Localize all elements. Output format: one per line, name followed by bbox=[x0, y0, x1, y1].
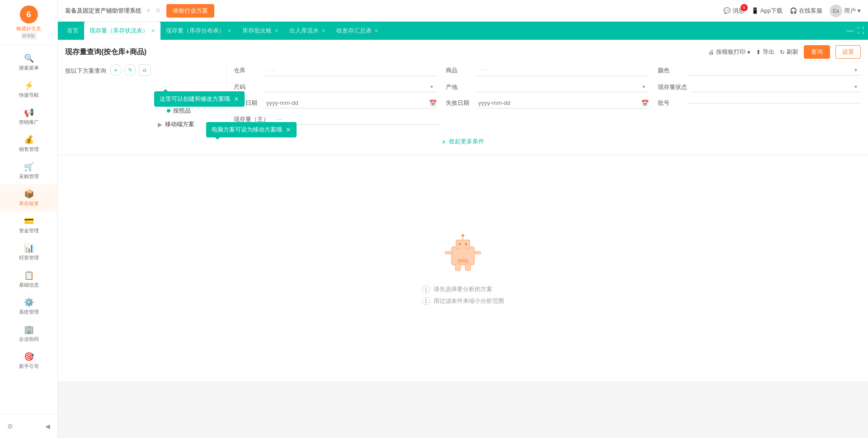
empty-state: 1 请先选择要分析的方案 2 用过滤条件来缩小分析范围 bbox=[413, 195, 513, 341]
size-select[interactable]: ▾ bbox=[264, 82, 437, 92]
tooltip-close-1[interactable]: ✕ bbox=[286, 126, 291, 133]
online-support-label: 在线客服 bbox=[799, 7, 822, 15]
sidebar-item-quick-nav[interactable]: ⚡ 快捷导航 bbox=[0, 76, 57, 103]
svg-point-3 bbox=[465, 243, 467, 245]
calendar-icon-production[interactable]: 📅 bbox=[429, 99, 437, 107]
app-download-btn[interactable]: 📱 App下载 bbox=[751, 7, 783, 15]
edit-scheme-btn[interactable]: ✎ bbox=[124, 64, 136, 76]
phone-icon: 📱 bbox=[751, 7, 759, 14]
tab-home-label: 首页 bbox=[67, 27, 79, 35]
sidebar-collapse-btn[interactable]: ◀ bbox=[41, 420, 54, 433]
sidebar-item-sales[interactable]: 💰 销售管理 bbox=[0, 130, 57, 157]
expiry-date-input-wrap[interactable]: 📅 bbox=[476, 98, 649, 108]
sales-icon: 💰 bbox=[24, 135, 34, 145]
online-support-btn[interactable]: 🎧 在线客服 bbox=[790, 7, 822, 15]
sidebar-item-purchase[interactable]: 🛒 采购管理 bbox=[0, 157, 57, 184]
sidebar-item-label: 经营管理 bbox=[19, 254, 39, 261]
tab-inventory-dist-close[interactable]: ✕ bbox=[227, 28, 231, 34]
sidebar-item-label: 资金管理 bbox=[19, 227, 39, 234]
tooltip-close-2[interactable]: ✕ bbox=[234, 95, 239, 103]
enterprise-icon: 🏢 bbox=[24, 325, 34, 334]
svg-rect-9 bbox=[465, 264, 471, 271]
size-label: 尺码 bbox=[234, 83, 261, 91]
warehouse-select[interactable]: ··· bbox=[264, 64, 437, 76]
form-row-stock-status: 现存量状态 ▾ bbox=[658, 82, 861, 92]
system-icon: ⚙️ bbox=[24, 297, 34, 307]
step-num-2: 2 bbox=[422, 297, 430, 305]
sidebar-settings-btn[interactable]: ⚙ bbox=[4, 420, 16, 433]
stock-status-select[interactable]: ▾ bbox=[691, 82, 861, 92]
tab-inout-flow-label: 出入库流水 bbox=[289, 27, 319, 35]
form-area: 仓库 ··· 商品 ··· bbox=[226, 64, 861, 128]
production-date-input[interactable] bbox=[264, 98, 427, 108]
tab-maximize-btn[interactable]: ⛶ bbox=[857, 27, 864, 35]
template-print-btn[interactable]: 🖨 按模板打印 ▾ bbox=[708, 48, 750, 56]
settings-btn[interactable]: ⚙ bbox=[156, 7, 161, 14]
query-btn[interactable]: 查询 bbox=[804, 45, 830, 59]
sidebar-item-operations[interactable]: 📊 经营管理 bbox=[0, 239, 57, 266]
tab-inout-flow-close[interactable]: ✕ bbox=[321, 28, 326, 34]
page-content: 现存量查询(按仓库+商品) 🖨 按模板打印 ▾ ⬆ 导出 ↻ 刷新 bbox=[58, 40, 868, 438]
sidebar-item-label: 销售管理 bbox=[19, 146, 39, 153]
sidebar-item-guide[interactable]: 🎯 新手引导 bbox=[0, 347, 57, 374]
form-row-origin: 产地 ▾ bbox=[446, 82, 649, 92]
basic-info-icon: 📋 bbox=[24, 270, 34, 280]
form-row-production-date: 生产日期 📅 bbox=[234, 98, 437, 108]
export-btn[interactable]: ⬆ 导出 bbox=[756, 48, 774, 56]
form-row-size: 尺码 ▾ bbox=[234, 82, 437, 92]
tooltip-text-1: 电脑方案可设为移动方案哦 bbox=[212, 126, 282, 134]
svg-rect-8 bbox=[455, 264, 461, 271]
tab-collect-summary-close[interactable]: ✕ bbox=[374, 28, 378, 34]
marketing-icon: 📢 bbox=[24, 108, 34, 118]
svg-point-2 bbox=[458, 243, 461, 245]
warehouse-label: 仓库 bbox=[234, 66, 261, 75]
sidebar-item-finance[interactable]: 💳 资金管理 bbox=[0, 212, 57, 239]
color-select[interactable]: ▾ bbox=[689, 65, 861, 75]
empty-state-area: 1 请先选择要分析的方案 2 用过滤条件来缩小分析范围 bbox=[58, 155, 868, 381]
sidebar-item-search[interactable]: 🔍 搜索菜单 bbox=[0, 49, 57, 76]
tab-inventory-status[interactable]: 现存量（库存状况表） ✕ bbox=[84, 22, 160, 40]
sidebar-item-system[interactable]: ⚙️ 系统管理 bbox=[0, 293, 57, 320]
chevron-up-icon: ∧ bbox=[442, 138, 446, 145]
tab-collect-summary[interactable]: 收发存汇总表 ✕ bbox=[331, 22, 384, 40]
tab-minimize-btn[interactable]: — bbox=[846, 27, 854, 35]
finance-icon: 💳 bbox=[24, 216, 34, 226]
tab-batch-account-label: 库存批次账 bbox=[242, 27, 272, 35]
origin-select[interactable]: ▾ bbox=[476, 82, 649, 92]
tab-inventory-dist[interactable]: 现存量（库存分布表） ✕ bbox=[160, 22, 237, 40]
search-icon: 🔍 bbox=[24, 53, 34, 63]
bell-icon: 💬 bbox=[723, 7, 731, 14]
tab-inventory-status-close[interactable]: ✕ bbox=[151, 28, 155, 34]
refresh-btn[interactable]: ↻ 刷新 bbox=[780, 48, 798, 56]
settings-btn-page[interactable]: 设置 bbox=[835, 45, 861, 59]
sidebar-menu: 🔍 搜索菜单 ⚡ 快捷导航 📢 营销推广 💰 销售管理 🛒 采购管理 📦 库存核… bbox=[0, 45, 57, 414]
tab-batch-account[interactable]: 库存批次账 ✕ bbox=[237, 22, 284, 40]
user-avatar[interactable]: Ea 用户 ▾ bbox=[830, 5, 861, 17]
tab-home[interactable]: 首页 bbox=[61, 22, 84, 40]
calendar-icon-expiry[interactable]: 📅 bbox=[641, 99, 649, 107]
tab-batch-account-close[interactable]: ✕ bbox=[274, 28, 278, 34]
goods-select[interactable]: ··· bbox=[476, 64, 649, 76]
collapse-btn[interactable]: ∧ 收起更多条件 bbox=[65, 134, 861, 149]
back-btn[interactable]: « bbox=[139, 64, 151, 76]
tab-inventory-dist-label: 现存量（库存分布表） bbox=[166, 27, 225, 35]
svg-rect-1 bbox=[456, 240, 470, 249]
step-1-text: 请先选择要分析的方案 bbox=[434, 285, 492, 293]
sidebar-bottom: ⚙ ◀ bbox=[0, 414, 57, 438]
notification-btn[interactable]: 💬 9 App下载 消息 bbox=[723, 7, 744, 15]
svg-rect-4 bbox=[462, 248, 464, 250]
sidebar-item-basic-info[interactable]: 📋 基础信息 bbox=[0, 266, 57, 293]
quick-nav-icon: ⚡ bbox=[24, 80, 34, 90]
production-date-input-wrap[interactable]: 📅 bbox=[264, 98, 437, 108]
expiry-date-label: 失效日期 bbox=[446, 99, 473, 107]
trial-btn[interactable]: 体验行业方案 bbox=[166, 4, 214, 18]
topbar: 装备及固定资产辅助管理系统 ▾ ⚙ 体验行业方案 💬 9 App下载 消息 📱 … bbox=[58, 0, 868, 22]
sidebar-item-label: 营销推广 bbox=[19, 119, 39, 126]
sidebar-item-inventory[interactable]: 📦 库存核算 bbox=[0, 184, 57, 212]
sidebar-item-enterprise[interactable]: 🏢 企业协同 bbox=[0, 320, 57, 347]
add-scheme-btn[interactable]: + bbox=[110, 64, 122, 76]
empty-step-1: 1 请先选择要分析的方案 bbox=[422, 285, 504, 293]
sidebar-item-marketing[interactable]: 📢 营销推广 bbox=[0, 103, 57, 130]
tab-inout-flow[interactable]: 出入库流水 ✕ bbox=[284, 22, 331, 40]
expiry-date-input[interactable] bbox=[476, 98, 639, 108]
